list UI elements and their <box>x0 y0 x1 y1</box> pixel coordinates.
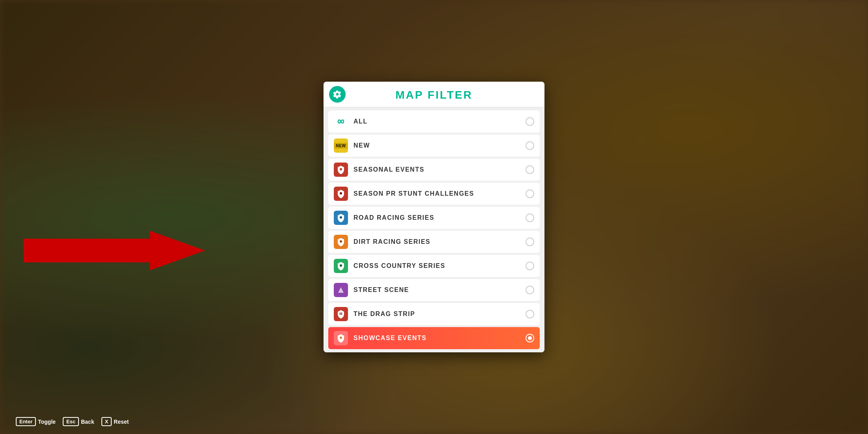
filter-item-showcase-events[interactable]: SHOWCASE EVENTS <box>328 327 540 349</box>
filter-item-cross-country[interactable]: CROSS COUNTRY SERIES <box>328 255 540 277</box>
radio-unselected <box>526 141 534 150</box>
svg-point-4 <box>340 240 342 243</box>
filter-icon-seasonal-events <box>334 163 348 177</box>
gear-button[interactable] <box>329 86 346 103</box>
svg-point-3 <box>340 216 342 219</box>
filter-icon-season-pr-stunt <box>334 187 348 201</box>
filter-item-all[interactable]: ALL <box>328 110 540 133</box>
filter-item-street-scene[interactable]: STREET SCENE <box>328 279 540 301</box>
svg-point-10 <box>340 337 342 339</box>
shortcut-enter: Enter Toggle <box>16 417 60 426</box>
filter-label-dirt-racing: DIRT RACING SERIES <box>354 238 520 245</box>
key-label: Toggle <box>38 419 56 425</box>
filter-label-cross-country: CROSS COUNTRY SERIES <box>354 262 520 269</box>
filter-item-drag-strip[interactable]: THE DRAG STRIP <box>328 303 540 325</box>
svg-marker-0 <box>24 231 205 270</box>
filter-icon-dirt-racing <box>334 235 348 249</box>
filter-icon-showcase-events <box>334 331 348 345</box>
filter-icon-road-racing <box>334 211 348 225</box>
filter-icon-cross-country <box>334 259 348 273</box>
keyboard-shortcuts-bar: Enter Toggle Esc Back X Reset <box>16 417 133 426</box>
svg-rect-8 <box>340 312 340 315</box>
radio-unselected <box>526 117 534 126</box>
filter-icon-street-scene <box>334 283 348 297</box>
key-label: Back <box>81 419 94 425</box>
filter-icon-new: NEW <box>334 138 348 153</box>
radio-unselected <box>526 189 534 198</box>
map-filter-modal: MAP FILTER ALL NEW NEW SEASONAL EVENTS S… <box>324 82 544 352</box>
filter-label-new: NEW <box>354 142 520 149</box>
radio-unselected <box>526 262 534 270</box>
infinity-icon <box>335 118 346 125</box>
filter-label-all: ALL <box>354 118 520 125</box>
filter-icon-drag-strip <box>334 307 348 321</box>
svg-point-5 <box>340 264 342 267</box>
modal-title: MAP FILTER <box>331 89 537 101</box>
red-arrow <box>24 229 205 272</box>
svg-point-1 <box>340 168 342 170</box>
filter-label-road-racing: ROAD RACING SERIES <box>354 214 520 221</box>
key-badge: Enter <box>16 417 36 426</box>
filter-label-showcase-events: SHOWCASE EVENTS <box>354 335 520 342</box>
radio-unselected <box>526 238 534 246</box>
gear-icon <box>333 90 342 99</box>
shortcut-esc: Esc Back <box>63 417 98 426</box>
filter-icon-all <box>334 114 348 129</box>
key-label: Reset <box>114 419 129 425</box>
new-badge-icon: NEW <box>334 143 348 149</box>
shortcut-x: X Reset <box>101 417 133 426</box>
filter-item-new[interactable]: NEW NEW <box>328 135 540 157</box>
filter-item-road-racing[interactable]: ROAD RACING SERIES <box>328 207 540 229</box>
svg-rect-9 <box>341 312 342 315</box>
filter-list: ALL NEW NEW SEASONAL EVENTS SEASON PR ST… <box>324 107 544 352</box>
filter-item-seasonal-events[interactable]: SEASONAL EVENTS <box>328 159 540 181</box>
svg-point-2 <box>340 192 342 195</box>
key-badge: Esc <box>63 417 79 426</box>
radio-selected <box>526 334 534 342</box>
modal-header: MAP FILTER <box>324 82 544 107</box>
filter-item-dirt-racing[interactable]: DIRT RACING SERIES <box>328 231 540 253</box>
radio-unselected <box>526 286 534 294</box>
filter-label-seasonal-events: SEASONAL EVENTS <box>354 166 520 173</box>
key-badge: X <box>101 417 112 426</box>
radio-unselected <box>526 310 534 318</box>
filter-item-season-pr-stunt[interactable]: SEASON PR STUNT CHALLENGES <box>328 183 540 205</box>
filter-label-street-scene: STREET SCENE <box>354 286 520 294</box>
filter-label-season-pr-stunt: SEASON PR STUNT CHALLENGES <box>354 190 520 197</box>
filter-label-drag-strip: THE DRAG STRIP <box>354 311 520 318</box>
radio-unselected <box>526 165 534 174</box>
radio-unselected <box>526 213 534 222</box>
